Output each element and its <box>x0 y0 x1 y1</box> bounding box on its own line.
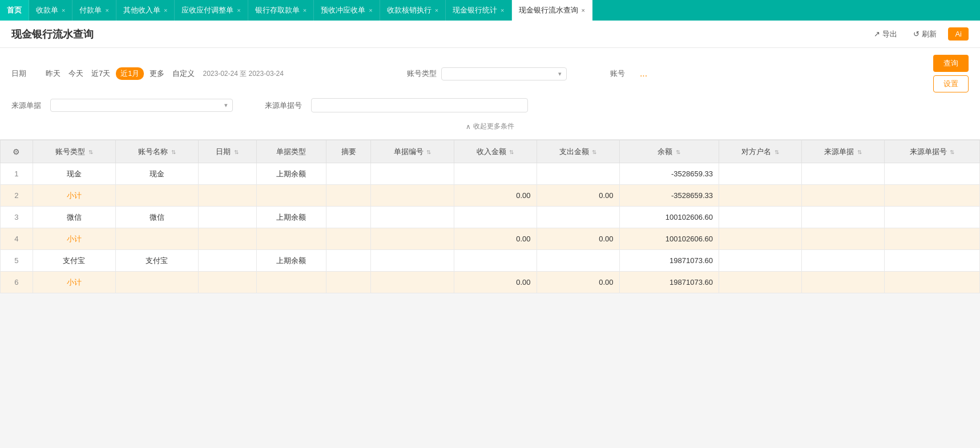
table-cell: -3528659.33 <box>619 185 719 207</box>
nav-label-ar-ap-adjust: 应收应付调整单 <box>182 5 233 15</box>
close-icon[interactable]: × <box>501 7 504 14</box>
nav-tab-ar-ap-adjust[interactable]: 应收应付调整单 × <box>175 0 248 21</box>
col-expense[interactable]: 支出金额 ⇅ <box>537 140 619 163</box>
collapse-label: 收起更多条件 <box>473 122 514 131</box>
settings-button[interactable]: 设置 <box>933 75 969 92</box>
close-icon[interactable]: × <box>62 7 65 14</box>
table-cell <box>885 272 980 293</box>
nav-label-receipt: 收款单 <box>36 5 58 15</box>
table-cell <box>115 185 198 207</box>
table-cell <box>371 228 454 250</box>
table-row[interactable]: 6小计0.000.0019871073.60 <box>1 272 980 293</box>
table-cell <box>802 228 885 250</box>
table-cell: 小计 <box>33 272 115 293</box>
table-cell <box>454 250 537 272</box>
top-nav: 首页 收款单 × 付款单 × 其他收入单 × 应收应付调整单 × 银行存取款单 … <box>0 0 980 21</box>
sort-icon: ⇅ <box>426 149 431 155</box>
page-header: 现金银行流水查询 ↗ 导出 ↺ 刷新 Ai <box>0 21 980 48</box>
date-opt-more[interactable]: 更多 <box>147 67 167 80</box>
close-icon[interactable]: × <box>164 7 167 14</box>
nav-tab-cash-flow[interactable]: 现金银行流水查询 × <box>512 0 592 21</box>
collapse-bar[interactable]: ∧ 收起更多条件 <box>11 118 969 132</box>
date-opt-today[interactable]: 今天 <box>66 67 86 80</box>
gear-icon[interactable]: ⚙ <box>13 147 20 156</box>
refresh-button[interactable]: ↺ 刷新 <box>909 27 941 42</box>
table-row[interactable]: 1现金现金上期余额-3528659.33 <box>1 163 980 185</box>
date-options: 昨天 今天 近7天 近1月 更多 自定义 2023-02-24 至 2023-0… <box>43 67 284 80</box>
table-cell: 19871073.60 <box>619 250 719 272</box>
nav-label-prepayment: 预收冲应收单 <box>321 5 365 15</box>
table-cell <box>802 272 885 293</box>
nav-label-payment: 付款单 <box>79 5 102 15</box>
date-opt-1month[interactable]: 近1月 <box>116 67 144 80</box>
date-opt-custom[interactable]: 自定义 <box>170 67 197 80</box>
col-doc-no[interactable]: 单据编号 ⇅ <box>371 140 454 163</box>
close-icon[interactable]: × <box>582 7 585 14</box>
table-cell: 微信 <box>115 207 198 228</box>
table-cell: 2 <box>1 185 33 207</box>
col-counterpart[interactable]: 对方户名 ⇅ <box>719 140 802 163</box>
source-doc-select[interactable]: ▾ <box>50 99 233 112</box>
table-cell <box>885 250 980 272</box>
table-cell <box>454 163 537 185</box>
table-row[interactable]: 4小计0.000.00100102606.60 <box>1 228 980 250</box>
col-account-type[interactable]: 账号类型 ⇅ <box>33 140 115 163</box>
table-cell: 支付宝 <box>115 250 198 272</box>
col-account-name[interactable]: 账号名称 ⇅ <box>115 140 198 163</box>
table-cell <box>326 272 371 293</box>
table-row[interactable]: 3微信微信上期余额100102606.60 <box>1 207 980 228</box>
col-gear[interactable]: ⚙ <box>1 140 33 163</box>
nav-tab-collection[interactable]: 收款核销执行 × <box>380 0 446 21</box>
date-opt-yesterday[interactable]: 昨天 <box>43 67 63 80</box>
nav-tab-receipt[interactable]: 收款单 × <box>29 0 72 21</box>
chevron-down-icon-2: ▾ <box>224 102 228 109</box>
nav-tab-home[interactable]: 首页 <box>0 0 29 21</box>
sort-icon: ⇅ <box>509 149 514 155</box>
col-doc-type[interactable]: 单据类型 <box>256 140 326 163</box>
table-cell <box>199 272 257 293</box>
nav-tab-bank-deposit[interactable]: 银行存取款单 × <box>248 0 314 21</box>
table-cell <box>885 207 980 228</box>
date-range-display: 2023-02-24 至 2023-03-24 <box>203 69 283 79</box>
ai-button[interactable]: Ai <box>948 27 969 41</box>
nav-tab-prepayment[interactable]: 预收冲应收单 × <box>314 0 380 21</box>
close-icon[interactable]: × <box>237 7 240 14</box>
table-cell: 5 <box>1 250 33 272</box>
nav-tab-payment[interactable]: 付款单 × <box>72 0 116 21</box>
source-doc-label: 来源单据 <box>11 100 41 111</box>
nav-label-collection: 收款核销执行 <box>387 5 431 15</box>
date-opt-7days[interactable]: 近7天 <box>89 67 112 80</box>
table-cell <box>719 228 802 250</box>
col-source-doc-no[interactable]: 来源单据号 ⇅ <box>885 140 980 163</box>
close-icon[interactable]: × <box>303 7 306 14</box>
export-button[interactable]: ↗ 导出 <box>869 27 902 42</box>
col-income[interactable]: 收入金额 ⇅ <box>454 140 537 163</box>
nav-tab-other-income[interactable]: 其他收入单 × <box>116 0 175 21</box>
sort-icon: ⇅ <box>775 149 779 155</box>
account-dots-button[interactable]: ... <box>638 68 650 79</box>
nav-tab-cash-stat[interactable]: 现金银行统计 × <box>446 0 511 21</box>
table-cell <box>885 228 980 250</box>
table-cell: 微信 <box>33 207 115 228</box>
table-row[interactable]: 5支付宝支付宝上期余额19871073.60 <box>1 250 980 272</box>
col-summary[interactable]: 摘要 <box>326 140 371 163</box>
account-type-select[interactable]: ▾ <box>441 67 567 80</box>
close-icon[interactable]: × <box>105 7 108 14</box>
filter-row-source: 来源单据 ▾ 来源单据号 <box>11 98 969 112</box>
table-row[interactable]: 2小计0.000.00-3528659.33 <box>1 185 980 207</box>
table-cell <box>371 185 454 207</box>
close-icon[interactable]: × <box>435 7 438 14</box>
table-cell <box>719 250 802 272</box>
table-cell <box>719 163 802 185</box>
close-icon[interactable]: × <box>369 7 372 14</box>
query-button[interactable]: 查询 <box>933 55 969 72</box>
account-type-label: 账号类型 <box>407 68 437 79</box>
chevron-down-icon: ▾ <box>558 70 562 78</box>
col-source-doc[interactable]: 来源单据 ⇅ <box>802 140 885 163</box>
filter-row-date: 日期 昨天 今天 近7天 近1月 更多 自定义 2023-02-24 至 202… <box>11 55 969 92</box>
col-balance[interactable]: 余额 ⇅ <box>619 140 719 163</box>
table-cell: 100102606.60 <box>619 228 719 250</box>
source-doc-no-input[interactable] <box>311 98 528 112</box>
col-date[interactable]: 日期 ⇅ <box>199 140 257 163</box>
table-cell: 3 <box>1 207 33 228</box>
